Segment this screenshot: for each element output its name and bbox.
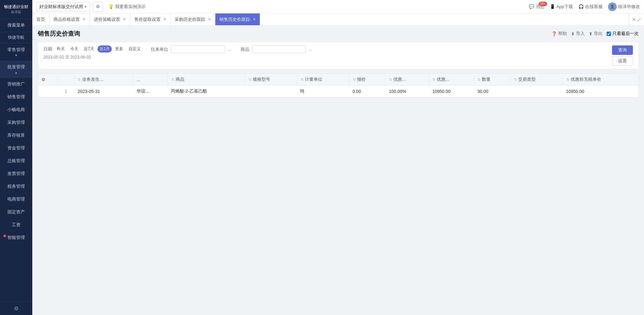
topbar: 好业财标准版交付试用 ▾ ⚙ 💡 我要看实例演示 💬 消息 99+ 📱 App下… (32, 0, 644, 13)
sidebar-item-inventory[interactable]: 库存核算 (0, 129, 32, 142)
sort-icon: ⇅ (300, 77, 303, 82)
messages-button[interactable]: 💬 消息 99+ (529, 4, 544, 10)
tab-label: 首页 (36, 16, 45, 23)
col-header-label: 优惠... (437, 76, 449, 82)
col-unit[interactable]: ⇅ 计量单位 (297, 74, 349, 85)
sidebar-item-label: 发票管理 (7, 171, 25, 177)
message-icon: 💬 (529, 4, 534, 9)
col-qty[interactable]: ⇅ 数量 (474, 74, 510, 85)
tab-price-extract[interactable]: 售价提取设置 ✕ (130, 13, 171, 26)
cell-discount1: 100.00% (386, 85, 429, 97)
online-service-button[interactable]: 🎧 在线客服 (578, 4, 603, 10)
close-icon[interactable]: ✕ (253, 17, 256, 22)
from-unit-ellipsis-btn[interactable]: ... (226, 46, 232, 53)
sidebar-item-tax[interactable]: 税务管理 (0, 180, 32, 193)
last-only-label: 只看最后一次 (612, 31, 639, 37)
tab-purchase-strategy[interactable]: 进价策略设置 ✕ (90, 13, 130, 26)
product-input[interactable] (252, 45, 306, 53)
date-btn-last7days[interactable]: 近7天 (82, 45, 96, 53)
col-price[interactable]: ⇅ 报价 (349, 74, 386, 85)
download-icon: 📱 (550, 4, 555, 9)
sidebar-item-purchase-mgmt[interactable]: 采购管理 (0, 116, 32, 129)
tab-label: 采购历史价跟踪 (175, 16, 205, 23)
import-button[interactable]: ⬇ 导入 (571, 31, 585, 37)
tab-product-price[interactable]: 商品价格设置 ✕ (49, 13, 90, 26)
close-icon[interactable]: ✕ (123, 17, 126, 22)
col-more[interactable]: ... (133, 74, 168, 85)
gear-icon[interactable]: ⚙ (14, 306, 19, 311)
tab-home[interactable]: 首页 (32, 13, 49, 26)
date-filter-row: 日期 昨天 今天 近7天 近1月 更多 自定义 (43, 45, 143, 53)
close-icon[interactable]: ✕ (82, 17, 85, 22)
cell-spec (245, 85, 297, 97)
date-btn-yesterday[interactable]: 昨天 (55, 45, 67, 53)
sidebar-item-accounting[interactable]: 总账管理 (0, 154, 32, 167)
app-download-label: App下载 (557, 4, 573, 10)
sidebar-item-sales-mgmt[interactable]: 销售管理 (0, 91, 32, 103)
date-btn-custom[interactable]: 自定义 (127, 45, 143, 53)
col-spec[interactable]: ⇅ 规格型号 (245, 74, 297, 85)
sidebar-item-ecommerce-small[interactable]: 小畅电商 (0, 103, 32, 116)
maximize-window-icon[interactable]: ⤢ (637, 17, 641, 22)
product-ellipsis-btn[interactable]: ... (307, 46, 314, 53)
product-selector[interactable]: 好业财标准版交付试用 ▾ (36, 2, 90, 11)
col-discount2[interactable]: ⇅ 优惠... (429, 74, 474, 85)
sidebar-item-invoice[interactable]: 发票管理 (0, 167, 32, 180)
app-download-button[interactable]: 📱 App下载 (550, 4, 573, 10)
sidebar-item-retail-mgmt[interactable]: 零售管理 ▼ (0, 43, 32, 61)
from-unit-input-wrapper: ... (171, 45, 232, 53)
settings-small-button[interactable]: 设置 (612, 56, 633, 66)
online-service-label: 在线客服 (585, 4, 603, 10)
col-biz-date[interactable]: ⇅ 业务发生... (74, 74, 133, 85)
product-filter-row: 商品 ... (241, 45, 314, 53)
topbar-settings-button[interactable]: ⚙ (93, 2, 103, 12)
col-header-label: 交易类型 (518, 76, 536, 82)
from-unit-input[interactable] (171, 45, 225, 53)
col-tx-type[interactable]: ⇅ 交易类型 (510, 74, 563, 85)
close-window-icon[interactable]: ✕ (632, 17, 636, 22)
sidebar-search[interactable]: 搜索菜单 (0, 19, 32, 32)
date-btn-today[interactable]: 今天 (68, 45, 80, 53)
sidebar-item-wholesale-mgmt[interactable]: 批发管理 ▲ (0, 61, 32, 78)
sidebar-item-marketing[interactable]: 营销推广 (0, 78, 32, 91)
sidebar-item-label: 库存核算 (7, 132, 25, 138)
demo-button[interactable]: 💡 我要看实例演示 (108, 4, 146, 10)
sidebar-item-label: 总账管理 (7, 158, 25, 164)
sort-icon: ⇅ (477, 77, 480, 82)
sidebar-item-ecommerce[interactable]: 电商管理 (0, 193, 32, 206)
date-btn-more[interactable]: 更多 (113, 45, 125, 53)
gear-icon[interactable]: ⚙ (41, 77, 45, 82)
date-btn-last1month[interactable]: 近1月 (98, 45, 112, 53)
user-profile-button[interactable]: 👤 徐泽华修改 (608, 2, 640, 11)
headset-icon: 🎧 (578, 4, 584, 9)
chevron-down-icon: ▼ (14, 54, 18, 57)
export-button[interactable]: ⬆ 导出 (589, 31, 603, 37)
last-only-checkbox-group: 只看最后一次 (607, 31, 639, 37)
tab-sales-history[interactable]: 销售历史价跟踪 ✕ (215, 13, 260, 26)
cell-discount2: 10950.00 (429, 85, 474, 97)
date-range-display: 2023-05-02 至 2023-06-02 (43, 55, 143, 60)
query-button[interactable]: 查询 (612, 45, 633, 55)
last-only-checkbox[interactable] (607, 32, 611, 36)
tab-label: 进价策略设置 (94, 16, 120, 23)
tab-label: 售价提取设置 (134, 16, 160, 23)
cell-unit: 吨 (297, 85, 349, 97)
help-button[interactable]: ❓ 帮助 (551, 31, 567, 37)
col-header-label: 规格型号 (253, 76, 270, 82)
sidebar-item-fixed-assets[interactable]: 固定资产 (0, 206, 32, 218)
col-header-label: 优惠前无税单价 (571, 76, 601, 82)
sidebar-quick-nav[interactable]: 快捷导航 (0, 32, 32, 43)
close-icon[interactable]: ✕ (208, 17, 211, 22)
cell-product: 丙烯酸-2-乙基己酯 (168, 85, 245, 97)
cell-more: 华谊... (133, 85, 168, 97)
col-header-label: 业务发生... (82, 76, 103, 82)
col-discount1[interactable]: ⇅ 优惠... (386, 74, 429, 85)
close-icon[interactable]: ✕ (163, 17, 166, 22)
sidebar-item-smart-mgmt[interactable]: 智能管理 (0, 231, 32, 244)
tab-purchase-history[interactable]: 采购历史价跟踪 ✕ (171, 13, 215, 26)
sidebar-item-payroll[interactable]: 工资 (0, 218, 32, 231)
col-pretax-price[interactable]: ⇅ 优惠前无税单价 (563, 74, 638, 85)
date-filter-label: 日期 (43, 46, 52, 52)
sidebar-item-finance[interactable]: 资金管理 (0, 142, 32, 154)
col-product[interactable]: ⇅ 商品 (168, 74, 245, 85)
